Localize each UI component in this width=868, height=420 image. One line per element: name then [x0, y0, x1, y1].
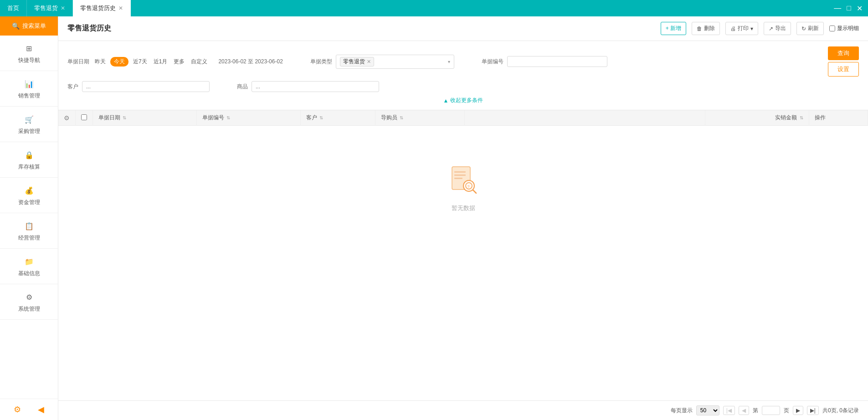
doc-no-input[interactable]	[507, 56, 607, 67]
print-button[interactable]: 🖨 打印 ▾	[725, 22, 758, 35]
pagination-bar: 每页显示 10 20 50 100 |◀ ◀ 第 1 页 ▶ ▶| 共0页, 0…	[58, 400, 868, 420]
shortcut-custom[interactable]: 自定义	[189, 57, 209, 67]
sidebar: 🔍 搜索菜单 ⊞ 快捷导航 📊 销售管理 🛒 采购管理 🔒 库存核算 💰 资金管…	[0, 16, 58, 420]
top-tab-bar: 首页 零售退货 ✕ 零售退货历史 ✕ — □ ✕	[0, 0, 868, 16]
svg-text:?: ?	[467, 184, 470, 189]
toolbar: + 新增 🗑 删除 🖨 打印 ▾ ↗ 导出 ↻ 刷新	[661, 22, 859, 35]
last-page-btn[interactable]: ▶|	[807, 406, 819, 415]
prev-page-btn[interactable]: ◀	[739, 406, 749, 415]
purchase-icon: 🛒	[23, 113, 36, 126]
export-button[interactable]: ↗ 导出	[764, 22, 791, 35]
sidebar-item-sales-mgmt[interactable]: 📊 销售管理	[0, 71, 58, 107]
shortcut-1month[interactable]: 近1月	[152, 57, 169, 67]
sidebar-search[interactable]: 🔍 搜索菜单	[0, 16, 58, 36]
collapse-filter-btn[interactable]: ▲ 收起更多条件	[443, 97, 483, 104]
show-detail-checkbox-label[interactable]: 显示明细	[829, 25, 859, 32]
empty-state: ? 暂无数据	[58, 126, 868, 249]
tab-retail-return[interactable]: 零售退货 ✕	[27, 0, 73, 16]
quick-nav-icon: ⊞	[23, 42, 36, 55]
filter-area: 单据日期 昨天 今天 近7天 近1月 更多 自定义 2023-06-02 至 2…	[58, 41, 868, 110]
empty-icon: ?	[445, 162, 482, 199]
filter-settings-button[interactable]: 设置	[828, 62, 859, 77]
th-settings: ⚙	[58, 110, 76, 126]
th-checkbox	[76, 110, 93, 126]
filter-doc-no: 单据编号	[482, 56, 607, 67]
window-controls: — □ ✕	[828, 0, 868, 16]
delete-icon: 🗑	[697, 26, 702, 32]
minimize-btn[interactable]: —	[834, 4, 841, 12]
close-tab-retail-return-history[interactable]: ✕	[118, 5, 123, 11]
customer-input[interactable]	[82, 81, 210, 92]
delete-button[interactable]: 🗑 删除	[692, 22, 720, 35]
svg-line-6	[473, 190, 476, 193]
goods-input[interactable]	[252, 81, 379, 92]
filter-row-2: 客户 商品	[67, 81, 859, 92]
filter-date: 单据日期 昨天 今天 近7天 近1月 更多 自定义	[67, 57, 209, 67]
select-all-checkbox[interactable]	[81, 114, 87, 120]
sidebar-item-finance[interactable]: 💰 资金管理	[0, 178, 58, 213]
sales-icon: 📊	[23, 77, 36, 90]
sidebar-settings-icon[interactable]: ⚙	[14, 405, 21, 415]
filter-customer: 客户	[67, 81, 210, 92]
sidebar-item-purchase-mgmt[interactable]: 🛒 采购管理	[0, 107, 58, 142]
table-area: ⚙ 单据日期 ⇅ 单据编号 ⇅	[58, 110, 868, 400]
print-dropdown-icon: ▾	[750, 26, 753, 32]
close-tab-retail-return[interactable]: ✕	[61, 5, 65, 11]
total-info: 共0页, 0条记录	[822, 407, 859, 415]
page-header: 零售退货历史 + 新增 🗑 删除 🖨 打印 ▾ ↗ 导出	[58, 16, 868, 41]
filter-doc-type: 单据类型 零售退货 ✕ ▾	[310, 55, 454, 69]
table-settings-button[interactable]: ⚙	[64, 114, 70, 122]
shortcut-more[interactable]: 更多	[172, 57, 186, 67]
first-page-btn[interactable]: |◀	[723, 406, 735, 415]
current-page-input[interactable]: 1	[762, 406, 780, 415]
close-window-btn[interactable]: ✕	[857, 4, 863, 13]
doc-type-select[interactable]: 零售退货 ✕ ▾	[336, 55, 454, 69]
sort-date-icon[interactable]: ⇅	[123, 115, 126, 120]
svg-rect-3	[454, 178, 462, 179]
sidebar-item-system[interactable]: ⚙ 系统管理	[0, 284, 58, 320]
tab-retail-return-history[interactable]: 零售退货历史 ✕	[73, 0, 131, 16]
maximize-btn[interactable]: □	[847, 4, 851, 12]
sidebar-bottom: ⚙ ◀	[0, 399, 58, 420]
shortcut-yesterday[interactable]: 昨天	[93, 57, 108, 67]
new-button[interactable]: + 新增	[661, 22, 686, 35]
th-amount: 实销金额 ⇅	[705, 110, 809, 126]
collapse-up-icon: ▲	[443, 97, 449, 104]
th-spacer	[465, 110, 705, 126]
th-doc-no: 单据编号 ⇅	[196, 110, 300, 126]
finance-icon: 💰	[23, 184, 36, 197]
per-page-select[interactable]: 10 20 50 100	[696, 405, 719, 415]
sort-docno-icon[interactable]: ⇅	[226, 115, 230, 120]
sidebar-item-inventory[interactable]: 🔒 库存核算	[0, 142, 58, 178]
operation-icon: 📋	[23, 220, 36, 232]
page-title: 零售退货历史	[67, 24, 111, 33]
sort-customer-icon[interactable]: ⇅	[319, 115, 323, 120]
table-header: ⚙ 单据日期 ⇅ 单据编号 ⇅	[58, 110, 868, 126]
sidebar-item-quick-nav[interactable]: ⊞ 快捷导航	[0, 36, 58, 71]
show-detail-checkbox[interactable]	[829, 26, 835, 31]
sort-amount-icon[interactable]: ⇅	[800, 115, 803, 120]
data-table: ⚙ 单据日期 ⇅ 单据编号 ⇅	[58, 110, 868, 126]
sort-guide-icon[interactable]: ⇅	[400, 115, 403, 120]
query-button[interactable]: 查询	[828, 46, 859, 60]
filter-goods: 商品	[237, 81, 379, 92]
print-icon: 🖨	[730, 26, 736, 32]
doc-type-tag: 零售退货 ✕	[340, 57, 374, 67]
basic-info-icon: 📁	[23, 255, 36, 268]
sidebar-item-operation[interactable]: 📋 经营管理	[0, 213, 58, 249]
sidebar-item-basic-info[interactable]: 📁 基础信息	[0, 249, 58, 284]
refresh-icon: ↻	[801, 26, 806, 32]
next-page-btn[interactable]: ▶	[793, 406, 803, 415]
th-operate: 操作	[809, 110, 868, 126]
svg-rect-1	[454, 171, 466, 173]
system-icon: ⚙	[23, 291, 36, 303]
shortcut-today[interactable]: 今天	[110, 57, 128, 67]
doc-type-tag-close[interactable]: ✕	[367, 59, 371, 65]
date-shortcuts: 昨天 今天 近7天 近1月 更多 自定义	[93, 57, 209, 67]
shortcut-7days[interactable]: 近7天	[131, 57, 149, 67]
sidebar-collapse-icon[interactable]: ◀	[38, 405, 44, 415]
tab-home[interactable]: 首页	[0, 0, 27, 16]
export-icon: ↗	[769, 26, 773, 32]
th-customer: 客户 ⇅	[300, 110, 375, 126]
refresh-button[interactable]: ↻ 刷新	[796, 22, 824, 35]
